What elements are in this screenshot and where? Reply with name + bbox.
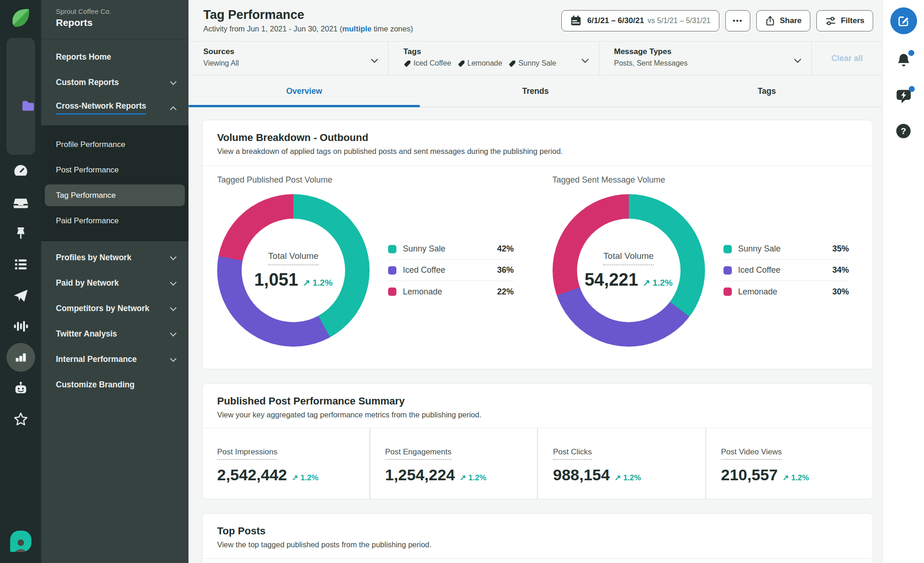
filters-button[interactable]: Filters bbox=[816, 10, 873, 31]
change-indicator: ↗ 1.2% bbox=[614, 473, 641, 483]
up-arrow-icon: ↗ bbox=[460, 473, 466, 482]
tab-trends[interactable]: Trends bbox=[420, 75, 651, 107]
tab-overview[interactable]: Overview bbox=[188, 75, 420, 107]
volume-card-title: Volume Breakdown - Outbound bbox=[217, 132, 858, 144]
sidebar-item-twitter-analysis[interactable]: Twitter Analysis bbox=[41, 321, 188, 347]
sidebar-title: Reports bbox=[56, 17, 188, 28]
metric-post-impressions[interactable]: Post Impressions 2,542,442 ↗ 1.2% bbox=[202, 428, 369, 499]
more-options-button[interactable]: ••• bbox=[725, 10, 750, 31]
date-range-button[interactable]: 6/1/21 – 6/30/21 vs 5/1/21 – 5/31/21 bbox=[561, 10, 719, 31]
top-posts-header: Top Posts View the top tagged published … bbox=[202, 514, 873, 559]
donut-charts-row: Tagged Published Post Volume Total Volum… bbox=[202, 166, 873, 369]
filter-bar: Sources Viewing All Tags Iced Coffee Lem… bbox=[188, 42, 882, 75]
date-range-value: 6/1/21 – 6/30/21 bbox=[587, 16, 644, 25]
metric-label: Post Impressions bbox=[217, 447, 277, 460]
total-volume-value: 1,051 bbox=[254, 270, 298, 290]
share-button[interactable]: Share bbox=[756, 10, 810, 31]
multiple-timezones-link[interactable]: multiple bbox=[342, 24, 371, 33]
tag-chip: Lemonade bbox=[457, 59, 503, 67]
sidebar-item-label: Paid by Network bbox=[56, 278, 119, 288]
sources-filter[interactable]: Sources Viewing All bbox=[188, 42, 389, 75]
tasks-list-nav[interactable] bbox=[6, 250, 35, 279]
help-icon: ? bbox=[896, 124, 911, 138]
change-indicator: ↗ 1.2% bbox=[643, 277, 673, 288]
legend-label: Lemonade bbox=[403, 287, 497, 297]
legend-percent: 34% bbox=[832, 265, 849, 275]
message-types-label: Message Types bbox=[614, 47, 795, 56]
legend-swatch-sunny-sale bbox=[723, 245, 732, 253]
account-name: Sprout Coffee Co. bbox=[56, 7, 188, 15]
change-indicator: ↗ 1.2% bbox=[292, 473, 318, 483]
sidebar-item-tag-performance-selected[interactable]: Tag Performance bbox=[45, 184, 185, 206]
user-avatar[interactable] bbox=[10, 531, 31, 552]
metric-post-video-views[interactable]: Post Video Views 210,557 ↗ 1.2% bbox=[705, 428, 873, 499]
message-types-filter[interactable]: Message Types Posts, Sent Messages bbox=[599, 42, 812, 75]
notifications-button[interactable] bbox=[896, 52, 912, 70]
sidebar-item-paid-performance[interactable]: Paid Performance bbox=[41, 208, 188, 233]
help-button[interactable]: ? bbox=[896, 124, 911, 138]
reports-folder-nav[interactable] bbox=[6, 38, 35, 155]
compose-button[interactable] bbox=[890, 7, 917, 34]
change-indicator: ↗ 1.2% bbox=[782, 473, 809, 483]
legend-percent: 22% bbox=[497, 287, 514, 297]
compose-pencil-icon bbox=[897, 14, 910, 27]
sprout-logo-icon[interactable] bbox=[9, 6, 32, 30]
donut-legend: Sunny Sale 35% Iced Coffee 34% Lemonade bbox=[723, 239, 849, 302]
legend-swatch-iced-coffee bbox=[388, 266, 396, 275]
dashboard-nav[interactable] bbox=[6, 157, 35, 186]
legend-label: Sunny Sale bbox=[403, 244, 497, 254]
sidebar-item-profiles-by-network[interactable]: Profiles by Network bbox=[41, 245, 188, 270]
sidebar-item-profile-performance[interactable]: Profile Performance bbox=[41, 132, 188, 157]
published-post-donut-chart[interactable]: Total Volume 1,051 ↗ 1.2% bbox=[217, 194, 370, 347]
tag-chip: Sunny Sale bbox=[508, 59, 556, 67]
paper-plane-icon bbox=[12, 287, 29, 304]
sidebar-item-label: Profiles by Network bbox=[56, 253, 131, 263]
filters-sliders-icon bbox=[825, 15, 836, 26]
legend-label: Iced Coffee bbox=[738, 265, 833, 275]
legend-percent: 35% bbox=[832, 244, 849, 254]
sent-message-donut-chart[interactable]: Total Volume 54,221 ↗ 1.2% bbox=[553, 194, 705, 347]
tab-tags[interactable]: Tags bbox=[651, 75, 882, 107]
metric-label: Post Engagements bbox=[385, 447, 452, 460]
chevron-down-icon bbox=[582, 55, 589, 63]
sidebar-item-label: Tag Performance bbox=[56, 191, 116, 200]
sidebar-item-competitors-by-network[interactable]: Competitors by Network bbox=[41, 296, 188, 321]
sidebar-item-custom-reports[interactable]: Custom Reports bbox=[41, 70, 188, 95]
up-arrow-icon: ↗ bbox=[643, 278, 650, 288]
pinned-nav[interactable] bbox=[6, 219, 35, 248]
clear-all-button[interactable]: Clear all bbox=[812, 42, 882, 75]
change-value: 1.2% bbox=[312, 278, 332, 288]
change-value: 1.2% bbox=[653, 278, 673, 288]
total-volume-value: 54,221 bbox=[584, 270, 638, 290]
legend-row: Sunny Sale 35% bbox=[723, 239, 849, 260]
bot-icon bbox=[13, 380, 29, 396]
metric-post-engagements[interactable]: Post Engagements 1,254,224 ↗ 1.2% bbox=[369, 428, 537, 499]
chevron-down-icon bbox=[170, 355, 176, 361]
sidebar-item-paid-by-network[interactable]: Paid by Network bbox=[41, 270, 188, 296]
report-content: Volume Breakdown - Outbound View a break… bbox=[188, 107, 882, 563]
sidebar-item-customize-branding[interactable]: Customize Branding bbox=[41, 372, 188, 398]
legend-swatch-lemonade bbox=[388, 288, 396, 296]
automation-nav[interactable] bbox=[6, 374, 35, 403]
metric-post-clicks[interactable]: Post Clicks 988,154 ↗ 1.2% bbox=[537, 428, 705, 499]
sidebar-header: Sprout Coffee Co. Reports bbox=[41, 0, 188, 39]
inbox-nav[interactable] bbox=[6, 188, 35, 217]
sidebar-item-label: Twitter Analysis bbox=[56, 329, 117, 339]
date-compare-value: vs 5/1/21 – 5/31/21 bbox=[648, 17, 711, 25]
sidebar-item-post-performance[interactable]: Post Performance bbox=[41, 157, 188, 183]
page-subtitle: Activity from Jun 1, 2021 - Jun 30, 2021… bbox=[203, 24, 413, 33]
sidebar-item-cross-network-reports[interactable]: Cross-Network Reports bbox=[41, 95, 188, 121]
sidebar-item-internal-performance[interactable]: Internal Performance bbox=[41, 347, 188, 372]
publishing-nav[interactable] bbox=[6, 281, 35, 310]
reports-nav-active[interactable] bbox=[6, 343, 35, 372]
sidebar-item-reports-home[interactable]: Reports Home bbox=[41, 44, 188, 70]
total-volume-label: Total Volume bbox=[268, 251, 319, 265]
volume-card-header: Volume Breakdown - Outbound View a break… bbox=[202, 120, 873, 166]
tags-filter[interactable]: Tags Iced Coffee Lemonade Sunny Sale bbox=[389, 42, 599, 75]
favorites-nav[interactable] bbox=[6, 405, 35, 434]
messages-button[interactable] bbox=[895, 88, 912, 106]
sources-value: Viewing All bbox=[203, 59, 372, 67]
published-post-volume-chart: Tagged Published Post Volume Total Volum… bbox=[202, 175, 538, 369]
listening-nav[interactable] bbox=[6, 312, 35, 341]
tag-icon bbox=[457, 60, 465, 67]
